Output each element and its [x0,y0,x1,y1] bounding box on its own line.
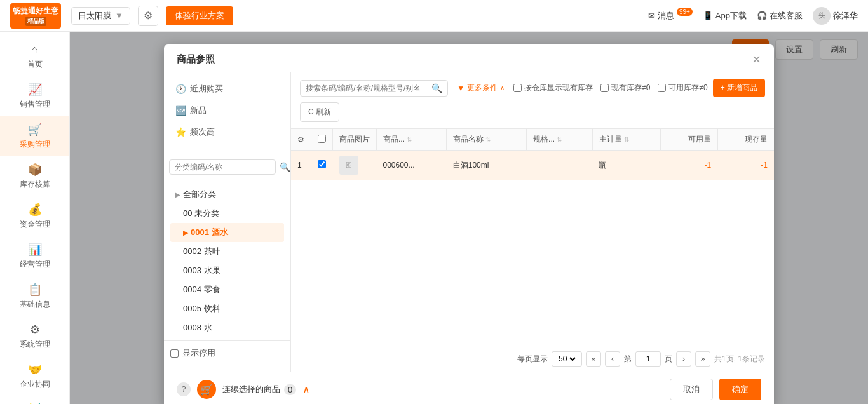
refresh-button[interactable]: C 刷新 [300,102,339,122]
category-search-icon[interactable]: 🔍 [280,162,290,172]
sidebar-business-label: 经营管理 [20,259,50,270]
username: 徐泽华 [833,10,858,22]
tree-item-liquor[interactable]: ▶ 0001 酒水 [170,223,284,242]
per-page-label: 每页显示 [517,354,548,365]
prev-page-button[interactable]: ‹ [605,351,620,367]
tree-arrow-all: ▶ [175,191,180,198]
confirm-button[interactable]: 确定 [719,379,761,400]
footer-collapse-icon[interactable]: ∧ [302,384,310,396]
sidebar-item-basic[interactable]: 📋 基础信息 [0,276,69,316]
th-code[interactable]: 商品... ⇅ [377,129,447,151]
app-download-button[interactable]: 📱 App下载 [703,10,747,22]
sort-name-icon: ⇅ [485,136,491,143]
show-disabled-label[interactable]: 显示停用 [170,347,284,359]
product-search-icon[interactable]: 🔍 [431,83,442,93]
tab-recent-purchase[interactable]: 🕐 近期购买 [169,79,285,99]
cell-check[interactable] [311,151,333,180]
logo: 畅捷通好生意 精品版 [10,3,61,29]
show-disabled-checkbox[interactable] [170,349,179,358]
check-current-stock[interactable]: 现有库存≠0 [600,83,650,93]
user-profile[interactable]: 头 徐泽华 [813,7,858,25]
tree-label-0008: 0008 水 [183,322,212,333]
filter-arrow-icon: ∧ [500,84,505,91]
sidebar-item-inventory[interactable]: 📦 库存核算 [0,156,69,196]
page-word2: 页 [665,354,672,365]
check-warehouse-stock[interactable]: 按仓库显示现有库存 [513,83,593,93]
last-page-button[interactable]: » [695,351,710,367]
sidebar-item-home[interactable]: ⌂ 首页 [0,37,69,76]
home-icon: ⌂ [31,43,38,57]
total-info: 共1页, 1条记录 [714,354,765,365]
experience-button[interactable]: 体验行业方案 [166,6,233,25]
th-settings[interactable]: ⚙ [291,129,311,151]
tree-label-0002: 0002 茶叶 [183,246,220,257]
settings-icon[interactable]: ⚙ [138,6,158,26]
th-name[interactable]: 商品名称 ⇅ [447,129,527,151]
help-button[interactable]: ? [177,382,191,396]
sidebar-item-business[interactable]: 📊 经营管理 [0,236,69,276]
sidebar-item-finance[interactable]: 💰 资金管理 [0,196,69,236]
per-page-select[interactable]: 50 [556,354,578,364]
sidebar-enterprise-label: 企业协同 [20,379,50,390]
left-tabs: 🕐 近期购买 🆕 新品 ⭐ 频次高 [164,79,290,142]
tree-item-all[interactable]: ▶ 全部分类 [170,185,284,204]
sidebar-item-system[interactable]: ⚙ 系统管理 [0,316,69,356]
brand-selector[interactable]: 日太阳膜 ▼ [71,7,130,25]
checkbox-warehouse[interactable] [513,84,522,92]
message-label: 消息 [658,10,674,22]
logo-sub: 精品版 [25,17,46,26]
tree-item-tea[interactable]: 0002 茶叶 [170,242,284,261]
tree-item-fruit[interactable]: 0003 水果 [170,261,284,280]
first-page-button[interactable]: « [586,351,601,367]
checkbox-current[interactable] [600,84,609,92]
select-all-checkbox[interactable] [318,135,326,143]
cancel-button[interactable]: 取消 [670,379,713,400]
product-thumbnail: 图 [339,156,358,175]
filter-more-button[interactable]: ▼ 更多条件 ∧ [453,80,508,96]
logo-title: 畅捷通好生意 [13,6,58,17]
sort-unit-icon: ⇅ [624,136,629,143]
cell-spec [527,151,593,180]
th-unit[interactable]: 主计量 ⇅ [592,129,660,151]
tab-high-frequency[interactable]: ⭐ 频次高 [169,122,285,142]
tree-item-water[interactable]: 0008 水 [170,318,284,337]
filter-checkboxes: 按仓库显示现有库存 现有库存≠0 可用库存≠0 [513,83,708,93]
cell-code: 000600... [377,151,447,180]
next-page-button[interactable]: › [676,351,691,367]
checkbox-available[interactable] [658,84,666,92]
modal-close-button[interactable]: ✕ [752,54,761,65]
add-product-button[interactable]: + 新增商品 [713,79,765,97]
sidebar-item-guide[interactable]: 🔰 新手引导 [0,396,69,404]
cart-icon[interactable]: 🛒 [197,380,216,399]
service-button[interactable]: 🎧 在线客服 [757,10,803,22]
sidebar-item-purchase[interactable]: 🛒 采购管理 [0,116,69,156]
modal-body: 🕐 近期购买 🆕 新品 ⭐ 频次高 [164,72,774,372]
th-image: 商品图片 [333,129,377,151]
sidebar-item-sales[interactable]: 📈 销售管理 [0,76,69,116]
tree-label-0004: 0004 零食 [183,284,220,295]
purchase-icon: 🛒 [28,123,42,137]
content-area: 查询 设置 刷新 商品参照 ✕ 🕐 近期购买 [70,32,868,404]
tree-item-snack[interactable]: 0004 零食 [170,280,284,299]
tree-item-uncategorized[interactable]: 00 未分类 [170,204,284,223]
tree-label-0003: 0003 水果 [183,265,220,276]
new-icon: 🆕 [175,105,186,116]
pagination-bar: 每页显示 50 « ‹ 第 页 › » 共1页, 1条记录 [291,346,774,372]
th-check [311,129,333,151]
category-search-input[interactable] [169,159,276,175]
recent-icon: 🕐 [175,84,186,94]
tab-new-product[interactable]: 🆕 新品 [169,100,285,121]
check-available-stock[interactable]: 可用库存≠0 [658,83,707,93]
sidebar-home-label: 首页 [27,59,43,70]
table-row[interactable]: 1 图 000600... 白酒100ml [291,151,774,180]
freq-icon: ⭐ [175,127,186,137]
product-search-input[interactable] [306,84,428,93]
tree-item-beverage[interactable]: 0005 饮料 [170,299,284,318]
row-checkbox[interactable] [318,160,326,168]
page-number-input[interactable] [635,351,661,367]
navbar: 畅捷通好生意 精品版 日太阳膜 ▼ ⚙ 体验行业方案 ✉ 消息 99+ 📱 Ap… [0,0,868,32]
th-spec[interactable]: 规格... ⇅ [527,129,593,151]
sort-code-icon: ⇅ [407,136,412,143]
message-button[interactable]: ✉ 消息 99+ [648,10,693,22]
sidebar-item-enterprise[interactable]: 🤝 企业协同 [0,356,69,396]
